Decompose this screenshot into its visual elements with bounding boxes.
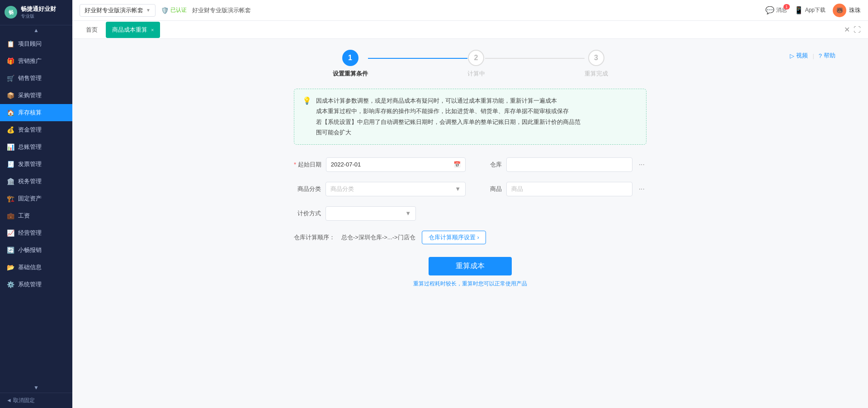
notice-icon: 💡 bbox=[302, 96, 311, 138]
sidebar-item-label-expense: 小畅报销 bbox=[18, 246, 42, 254]
inventory-icon: 🏠 bbox=[6, 109, 14, 117]
page-links: ▷ 视频 | ? 帮助 bbox=[790, 52, 835, 60]
basic-icon: 📂 bbox=[6, 263, 14, 271]
maximize-icon[interactable]: ⛶ bbox=[854, 26, 861, 34]
sidebar-item-label-assets: 固定资产 bbox=[18, 195, 42, 203]
tab-home[interactable]: 首页 bbox=[80, 22, 104, 38]
sidebar-item-label-system: 系统管理 bbox=[18, 280, 42, 289]
warehouse-order-settings-button[interactable]: 仓库计算顺序设置 › bbox=[422, 231, 486, 244]
system-icon: ⚙️ bbox=[6, 280, 14, 289]
finance-icon: 💰 bbox=[6, 126, 14, 134]
sidebar-item-basic[interactable]: 📂 基础信息 bbox=[0, 259, 72, 276]
sidebar-item-expense[interactable]: 🔄 小畅报销 bbox=[0, 242, 72, 259]
step-3: 3 重算完成 bbox=[585, 50, 608, 78]
marketing-icon: 🎁 bbox=[6, 57, 14, 65]
calendar-icon[interactable]: 📅 bbox=[453, 161, 461, 168]
accounting-icon: 📊 bbox=[6, 143, 14, 151]
sidebar-item-label-payroll: 工资 bbox=[18, 212, 30, 220]
sidebar-item-tax[interactable]: 🏛️ 税务管理 bbox=[0, 173, 72, 190]
form-area: * 起始日期 2022-07-01 📅 仓库 ··· bbox=[294, 157, 646, 288]
messages-button[interactable]: 💬 消息 1 bbox=[765, 6, 787, 14]
step-connector-1 bbox=[368, 58, 467, 59]
link-divider: | bbox=[812, 52, 814, 59]
notice-text: 因成本计算参数调整，或是对商品成本有疑问时，可以通过成本重算功能，重新计算一遍成… bbox=[316, 95, 580, 138]
sidebar-item-project[interactable]: 📋 项目顾问 bbox=[0, 35, 72, 52]
step-2: 2 计算中 bbox=[467, 50, 485, 78]
help-link[interactable]: ? 帮助 bbox=[819, 52, 835, 60]
recalculate-button[interactable]: 重算成本 bbox=[429, 257, 512, 275]
message-icon: 💬 bbox=[765, 6, 774, 14]
sidebar-item-operations[interactable]: 📈 经营管理 bbox=[0, 224, 72, 242]
category-select[interactable]: 商品分类 ▼ bbox=[326, 182, 466, 196]
step-1-label: 设置重算条件 bbox=[333, 70, 368, 78]
warehouse-input[interactable] bbox=[506, 157, 632, 172]
page-content: 1 设置重算条件 2 计算中 3 bbox=[72, 39, 868, 408]
tab-active-label: 商品成本重算 bbox=[112, 26, 147, 34]
warehouse-more-button[interactable]: ··· bbox=[637, 161, 646, 169]
notification-badge: 1 bbox=[783, 4, 790, 9]
tab-product-cost-recalc[interactable]: 商品成本重算 × bbox=[106, 22, 160, 38]
chevron-down-icon-category: ▼ bbox=[455, 185, 461, 192]
sidebar-unpin-button[interactable]: ◄ 取消固定 bbox=[0, 393, 72, 408]
account-selector[interactable]: 好业财专业版演示帐套 ▼ bbox=[80, 4, 156, 17]
tab-home-label: 首页 bbox=[86, 26, 98, 34]
current-account-name: 好业财专业版演示帐套 bbox=[192, 6, 251, 14]
chevron-down-icon-pricing: ▼ bbox=[405, 210, 411, 217]
pricing-label: 计价方式 bbox=[294, 209, 321, 218]
close-window-icon[interactable]: ✕ bbox=[844, 25, 850, 34]
purchase-icon: 📦 bbox=[6, 91, 14, 100]
sidebar-item-system[interactable]: ⚙️ 系统管理 bbox=[0, 276, 72, 293]
app-download-label: App下载 bbox=[805, 6, 826, 14]
app-download-button[interactable]: 📱 App下载 bbox=[794, 6, 826, 14]
unpin-label: ◄ 取消固定 bbox=[6, 397, 35, 404]
warehouse-group: 仓库 ··· bbox=[475, 157, 646, 172]
username-label: 珠珠 bbox=[849, 6, 861, 14]
start-date-group: * 起始日期 2022-07-01 📅 bbox=[294, 157, 466, 172]
sidebar-item-assets[interactable]: 🏗️ 固定资产 bbox=[0, 190, 72, 207]
sidebar-item-finance[interactable]: 💰 资金管理 bbox=[0, 121, 72, 138]
help-label: 帮助 bbox=[824, 52, 835, 60]
sidebar-item-sales[interactable]: 🛒 销售管理 bbox=[0, 70, 72, 87]
notice-line-3: 若【系统设置】中启用了自动调整记账日期时，会调整入库单的整单记账日期，因此重新计… bbox=[316, 117, 580, 127]
sidebar-item-inventory[interactable]: 🏠 库存核算 bbox=[0, 104, 72, 121]
product-input[interactable]: 商品 bbox=[506, 182, 632, 196]
sidebar-item-payroll[interactable]: 💼 工资 bbox=[0, 207, 72, 224]
step-2-circle: 2 bbox=[468, 50, 484, 66]
sidebar-item-label-project: 项目顾问 bbox=[18, 40, 42, 48]
sidebar-item-purchase[interactable]: 📦 采购管理 bbox=[0, 87, 72, 104]
verified-text: 已认证 bbox=[170, 6, 187, 14]
chevron-down-icon: ▼ bbox=[146, 8, 151, 13]
sales-icon: 🛒 bbox=[6, 74, 14, 82]
start-date-input[interactable]: 2022-07-01 📅 bbox=[326, 157, 466, 172]
verified-badge: 🛡️ 已认证 bbox=[161, 6, 187, 14]
invoice-icon: 🧾 bbox=[6, 160, 14, 168]
step-1: 1 设置重算条件 bbox=[333, 50, 368, 78]
sidebar-scroll-down-button[interactable]: ▼ bbox=[0, 383, 72, 393]
sidebar-scroll-up-button[interactable]: ▲ bbox=[0, 25, 72, 35]
sidebar-nav: 📋 项目顾问 🎁 营销推广 🛒 销售管理 📦 采购管理 🏠 库存核算 💰 资金管… bbox=[0, 35, 72, 383]
pricing-select[interactable]: ▼ bbox=[326, 206, 416, 221]
form-row-1: * 起始日期 2022-07-01 📅 仓库 ··· bbox=[294, 157, 646, 172]
tabbar: 首页 商品成本重算 × ✕ ⛶ bbox=[72, 21, 868, 39]
warehouse-label: 仓库 bbox=[475, 161, 502, 169]
app-title: 畅捷通好业财 bbox=[21, 5, 56, 13]
assets-icon: 🏗️ bbox=[6, 195, 14, 203]
sidebar-item-label-inventory: 库存核算 bbox=[18, 109, 42, 117]
start-date-label: * 起始日期 bbox=[294, 161, 321, 169]
video-link[interactable]: ▷ 视频 bbox=[790, 52, 808, 60]
product-label: 商品 bbox=[475, 185, 502, 193]
topbar: 好业财专业版演示帐套 ▼ 🛡️ 已认证 好业财专业版演示帐套 💬 消息 1 📱 … bbox=[72, 0, 868, 21]
form-row-2: 商品分类 商品分类 ▼ 商品 商品 ··· bbox=[294, 182, 646, 196]
sidebar-item-invoice[interactable]: 🧾 发票管理 bbox=[0, 156, 72, 173]
user-avatar-area[interactable]: 🐻 珠珠 bbox=[833, 4, 861, 17]
tab-close-icon[interactable]: × bbox=[151, 27, 154, 33]
submit-section: 重算成本 重算过程耗时较长，重算时您可以正常使用产品 bbox=[294, 257, 646, 288]
start-date-value: 2022-07-01 bbox=[331, 161, 450, 168]
sidebar: 畅 畅捷通好业财 专业版 ▲ 📋 项目顾问 🎁 营销推广 🛒 销售管理 📦 采购… bbox=[0, 0, 72, 408]
product-more-button[interactable]: ··· bbox=[637, 185, 646, 193]
sidebar-item-accounting[interactable]: 📊 总账管理 bbox=[0, 138, 72, 156]
warehouse-btn-label: 仓库计算顺序设置 bbox=[429, 233, 476, 242]
tab-icons: ✕ ⛶ bbox=[844, 25, 861, 34]
sidebar-item-marketing[interactable]: 🎁 营销推广 bbox=[0, 52, 72, 70]
sidebar-item-label-tax: 税务管理 bbox=[18, 177, 42, 185]
